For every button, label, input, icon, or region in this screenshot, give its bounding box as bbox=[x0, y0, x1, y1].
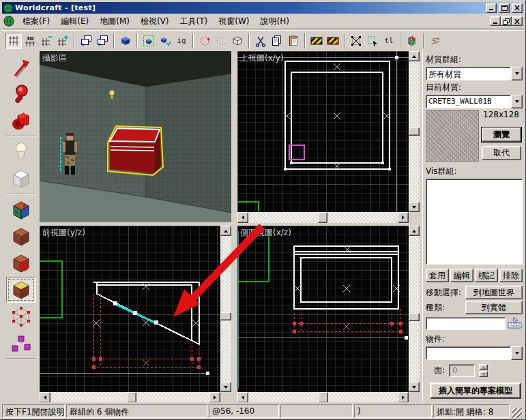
texture-group-combo[interactable]: 所有材質 bbox=[426, 67, 523, 80]
face-count-input[interactable]: 0 bbox=[449, 364, 475, 377]
chevron-down-icon[interactable] bbox=[511, 346, 523, 360]
child-minimize-button[interactable] bbox=[490, 16, 501, 26]
scroll-thumb[interactable] bbox=[319, 392, 328, 403]
browse-button[interactable]: 瀏覽 bbox=[482, 127, 521, 142]
child-close-button[interactable] bbox=[512, 16, 523, 26]
lasso-select-icon[interactable] bbox=[364, 33, 381, 49]
scroll-thumb[interactable] bbox=[409, 313, 420, 321]
entity-tool[interactable] bbox=[6, 139, 36, 165]
menu-tools[interactable]: 工具(T) bbox=[175, 14, 214, 29]
to-entity-button[interactable]: 到實體 bbox=[465, 301, 523, 314]
block-tool[interactable] bbox=[6, 166, 36, 192]
current-texture-combo[interactable]: CRETE3_WALL01B bbox=[426, 95, 523, 108]
front-vertical-scrollbar[interactable] bbox=[220, 226, 231, 392]
viewport-top[interactable]: 上視圖(x/y) bbox=[237, 51, 420, 223]
texture-group-value[interactable]: 所有材質 bbox=[426, 67, 511, 80]
copy-icon[interactable] bbox=[269, 33, 285, 49]
camera-view-canvas[interactable]: 攝影區 bbox=[40, 51, 231, 222]
close-button[interactable] bbox=[512, 3, 523, 13]
top-horizontal-scrollbar[interactable] bbox=[237, 212, 409, 223]
magnify-tool[interactable] bbox=[6, 81, 36, 107]
current-texture-value[interactable]: CRETE3_WALL01B bbox=[426, 95, 511, 108]
scroll-right-button[interactable] bbox=[398, 392, 409, 403]
side-horizontal-scrollbar[interactable] bbox=[237, 392, 409, 403]
scroll-up-button[interactable] bbox=[409, 226, 420, 236]
decal-tool[interactable] bbox=[6, 250, 36, 276]
front-horizontal-scrollbar[interactable] bbox=[40, 392, 220, 403]
menu-help[interactable]: 說明(H) bbox=[254, 14, 294, 29]
select-box-icon[interactable] bbox=[348, 33, 364, 49]
group-icon[interactable] bbox=[141, 33, 157, 49]
cut-icon[interactable] bbox=[252, 33, 269, 49]
chevron-down-icon[interactable] bbox=[511, 95, 523, 108]
menu-window[interactable]: 視窗(W) bbox=[213, 14, 254, 29]
object-combo[interactable] bbox=[426, 346, 523, 360]
texture-lock-off-icon[interactable] bbox=[213, 33, 229, 49]
menu-view[interactable]: 檢視(V) bbox=[135, 14, 175, 29]
replace-button[interactable]: 取代 bbox=[482, 146, 521, 160]
selection-tool[interactable] bbox=[6, 55, 36, 80]
vis-groups-list[interactable] bbox=[426, 179, 523, 265]
scroll-thumb[interactable] bbox=[220, 312, 231, 320]
ignore-groups-icon[interactable]: ig bbox=[173, 33, 190, 49]
vertex-tool[interactable] bbox=[6, 303, 36, 329]
cascade-large-icon[interactable]: L bbox=[78, 33, 94, 49]
edit-button[interactable]: 編輯 bbox=[450, 269, 473, 282]
paste-icon[interactable] bbox=[285, 33, 302, 49]
script-icon[interactable]: S bbox=[427, 33, 443, 49]
scroll-left-button[interactable] bbox=[237, 392, 248, 403]
menu-file[interactable]: 檔案(F) bbox=[17, 14, 55, 29]
wireframe-cube-icon[interactable] bbox=[229, 33, 246, 49]
exclude-button[interactable]: 排除 bbox=[499, 269, 523, 282]
apply-button[interactable]: 套用 bbox=[426, 269, 449, 282]
run-map-config-icon[interactable] bbox=[325, 33, 341, 49]
ungroup-icon[interactable] bbox=[157, 33, 173, 49]
scroll-thumb[interactable] bbox=[127, 392, 136, 403]
scroll-thumb[interactable] bbox=[318, 212, 327, 223]
grid-smaller-icon[interactable] bbox=[38, 33, 55, 49]
scroll-down-button[interactable] bbox=[220, 382, 231, 392]
scroll-right-button[interactable] bbox=[398, 212, 409, 223]
face-count-stepper[interactable] bbox=[479, 364, 488, 377]
object-value[interactable] bbox=[426, 346, 511, 360]
insert-prefab-button[interactable]: 插入簡單的專案模型 bbox=[430, 382, 521, 399]
carve-icon[interactable] bbox=[117, 33, 134, 49]
child-restore-button[interactable] bbox=[501, 16, 512, 26]
side-view-canvas[interactable]: 側面視圖(x/z) bbox=[237, 226, 409, 392]
maximize-button[interactable] bbox=[499, 3, 510, 13]
chevron-down-icon[interactable] bbox=[511, 67, 523, 80]
mark-button[interactable]: 標記 bbox=[475, 269, 498, 282]
front-view-canvas[interactable]: 前視圖(y/z) bbox=[40, 226, 220, 392]
scroll-left-button[interactable] bbox=[40, 392, 50, 403]
minimize-button[interactable] bbox=[486, 3, 497, 13]
menu-map[interactable]: 地圖(M) bbox=[94, 14, 135, 29]
resize-grip[interactable] bbox=[512, 408, 522, 418]
to-world-button[interactable]: 到地圖世界 bbox=[465, 286, 523, 299]
scroll-up-button[interactable] bbox=[220, 226, 231, 236]
top-view-canvas[interactable]: 上視圖(x/y) bbox=[237, 51, 409, 212]
scroll-up-button[interactable] bbox=[409, 51, 420, 61]
run-map-icon[interactable] bbox=[308, 33, 325, 49]
scroll-down-button[interactable] bbox=[409, 382, 420, 392]
viewport-front[interactable]: 前視圖(y/z) bbox=[40, 226, 231, 403]
texture-lock-tl-icon[interactable]: tl bbox=[381, 33, 397, 49]
apply-texture-tool[interactable] bbox=[6, 224, 36, 250]
split-faces-icon[interactable] bbox=[404, 33, 420, 49]
stepper-up-icon[interactable] bbox=[479, 364, 488, 370]
grid-toggle-icon[interactable] bbox=[5, 33, 22, 49]
path-tool[interactable] bbox=[6, 330, 36, 356]
pick-entity-icon[interactable] bbox=[508, 316, 523, 331]
grid-larger-icon[interactable] bbox=[55, 33, 71, 49]
viewport-camera[interactable]: 攝影區 bbox=[40, 51, 231, 222]
cascade-small-icon[interactable]: S bbox=[94, 33, 111, 49]
viewport-side[interactable]: 側面視圖(x/z) bbox=[237, 226, 420, 403]
scroll-left-button[interactable] bbox=[237, 212, 248, 223]
texture-lock-icon[interactable] bbox=[196, 33, 213, 49]
camera-tool[interactable] bbox=[6, 108, 36, 134]
document-icon[interactable] bbox=[3, 16, 14, 27]
side-vertical-scrollbar[interactable] bbox=[409, 226, 420, 392]
scroll-down-button[interactable] bbox=[409, 202, 420, 212]
texture-group-tool[interactable] bbox=[6, 197, 36, 223]
entity-class-input[interactable] bbox=[426, 317, 506, 330]
stepper-down-icon[interactable] bbox=[479, 371, 488, 377]
